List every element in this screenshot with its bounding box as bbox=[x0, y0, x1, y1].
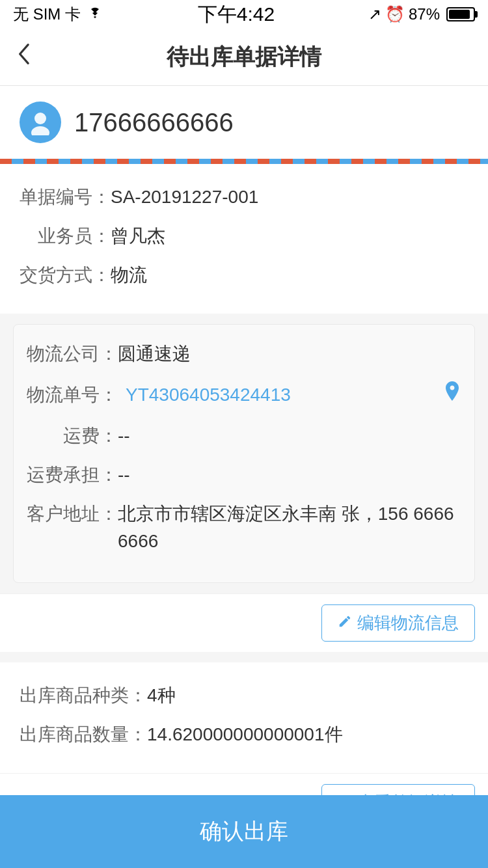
delivery-method-label: 交货方式： bbox=[20, 262, 111, 289]
logistics-company-row: 物流公司： 圆通速递 bbox=[27, 340, 461, 368]
tracking-number-value: YT43064053424413 bbox=[126, 381, 430, 409]
product-type-label: 出库商品种类： bbox=[20, 682, 147, 709]
doc-number-label: 单据编号： bbox=[20, 183, 111, 211]
customer-address-label: 客户地址： bbox=[27, 500, 118, 528]
sales-person-row: 业务员： 曾凡杰 bbox=[20, 223, 468, 250]
confirm-outbound-button[interactable]: 确认出库 bbox=[0, 806, 488, 858]
nav-bar: 待出库单据详情 bbox=[0, 29, 488, 86]
edit-logistics-button[interactable]: 编辑物流信息 bbox=[321, 604, 475, 642]
customer-section: 17666666666 bbox=[0, 86, 488, 159]
page-title: 待出库单据详情 bbox=[167, 42, 321, 72]
status-bar: 无 SIM 卡 下午4:42 ↗ ⏰ 87% bbox=[0, 0, 488, 29]
carrier-text: 无 SIM 卡 bbox=[13, 4, 81, 25]
doc-number-row: 单据编号： SA-20191227-001 bbox=[20, 183, 468, 211]
customer-address-row: 客户地址： 北京市市辖区海淀区永丰南 张，156 6666 6666 bbox=[27, 500, 461, 555]
battery-percentage: 87% bbox=[409, 5, 440, 23]
time-display: 下午4:42 bbox=[198, 1, 275, 28]
freight-bearer-value: -- bbox=[118, 461, 461, 489]
confirm-btn-wrapper: 确认出库 bbox=[0, 795, 488, 868]
logistics-section: 物流公司： 圆通速递 物流单号： YT43064053424413 运费： --… bbox=[13, 324, 475, 583]
customer-phone: 17666666666 bbox=[74, 108, 234, 137]
freight-bearer-row: 运费承担： -- bbox=[27, 461, 461, 489]
customer-address-value: 北京市市辖区海淀区永丰南 张，156 6666 6666 bbox=[118, 500, 461, 555]
product-quantity-value: 14.620000000000001件 bbox=[147, 721, 468, 748]
back-button[interactable] bbox=[16, 42, 31, 72]
battery-icon bbox=[446, 7, 475, 21]
edit-logistics-row: 编辑物流信息 bbox=[0, 593, 488, 652]
product-section: 出库商品种类： 4种 出库商品数量： 14.620000000000001件 bbox=[0, 662, 488, 773]
delivery-method-value: 物流 bbox=[111, 262, 468, 289]
freight-bearer-label: 运费承担： bbox=[27, 461, 118, 489]
avatar bbox=[20, 102, 61, 143]
edit-logistics-label: 编辑物流信息 bbox=[357, 612, 459, 634]
sales-person-value: 曾凡杰 bbox=[111, 223, 468, 250]
svg-point-0 bbox=[34, 113, 46, 124]
freight-row: 运费： -- bbox=[27, 422, 461, 450]
alarm-icon: ⏰ bbox=[385, 5, 405, 23]
logistics-company-label: 物流公司： bbox=[27, 340, 118, 368]
tracking-number-label: 物流单号： bbox=[27, 381, 118, 409]
status-right: ↗ ⏰ 87% bbox=[368, 5, 475, 23]
location-pin-icon[interactable] bbox=[443, 379, 461, 411]
location-status-icon: ↗ bbox=[368, 5, 381, 23]
product-type-value: 4种 bbox=[147, 682, 468, 709]
product-type-row: 出库商品种类： 4种 bbox=[20, 682, 468, 709]
product-quantity-row: 出库商品数量： 14.620000000000001件 bbox=[20, 721, 468, 748]
doc-number-value: SA-20191227-001 bbox=[111, 183, 468, 211]
svg-point-1 bbox=[31, 126, 49, 135]
section-divider bbox=[0, 652, 488, 662]
product-quantity-label: 出库商品数量： bbox=[20, 721, 147, 748]
freight-value: -- bbox=[118, 422, 461, 450]
tracking-number-row: 物流单号： YT43064053424413 bbox=[27, 379, 461, 411]
dashed-divider bbox=[0, 159, 488, 164]
basic-info-section: 单据编号： SA-20191227-001 业务员： 曾凡杰 交货方式： 物流 bbox=[0, 164, 488, 314]
sales-person-label: 业务员： bbox=[20, 223, 111, 250]
wifi-icon bbox=[86, 5, 104, 23]
edit-icon bbox=[338, 613, 352, 633]
freight-label: 运费： bbox=[27, 422, 118, 450]
logistics-company-value: 圆通速递 bbox=[118, 340, 461, 368]
delivery-method-row: 交货方式： 物流 bbox=[20, 262, 468, 289]
status-left: 无 SIM 卡 bbox=[13, 4, 104, 25]
